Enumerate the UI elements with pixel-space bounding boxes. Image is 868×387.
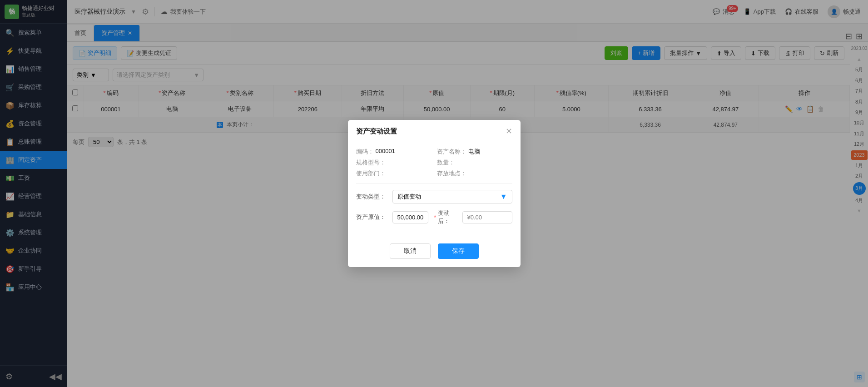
modal-location-field: 存放地点： [437,169,512,178]
modal-quantity-field: 数量： [437,159,512,167]
modal-change-type-select[interactable]: 原值变动 ▼ [392,190,512,203]
modal-info-grid: 编码： 000001 资产名称： 电脑 规格型号： 数量： 使用部门： [356,148,512,184]
change-type-value: 原值变动 [397,193,421,201]
modal-original-value-label: 资产原值： [356,213,392,221]
modal-body: 编码： 000001 资产名称： 电脑 规格型号： 数量： 使用部门： [348,141,521,237]
modal-code-label: 编码： [356,148,374,156]
modal-title: 资产变动设置 [356,127,397,136]
modal-values-field: 资产原值： 50,000.00 * 变动后： [356,209,512,225]
required-star: * [434,214,436,221]
modal-original-value: 50,000.00 [392,211,429,223]
after-change-label: 变动后： [438,209,459,225]
after-change-input[interactable] [462,211,512,223]
modal-change-type-label: 变动类型： [356,193,392,201]
modal-code-field: 编码： 000001 [356,148,432,156]
asset-change-modal: 资产变动设置 ✕ 编码： 000001 资产名称： 电脑 规格型号： 数量： [348,120,521,267]
modal-change-type-field: 变动类型： 原值变动 ▼ [356,190,512,203]
modal-overlay: 资产变动设置 ✕ 编码： 000001 资产名称： 电脑 规格型号： 数量： [0,0,868,387]
modal-location-label: 存放地点： [437,169,466,178]
change-type-dropdown-icon: ▼ [500,193,507,201]
modal-name-label: 资产名称： [437,148,466,156]
modal-spec-field: 规格型号： [356,159,432,167]
modal-spec-label: 规格型号： [356,159,386,167]
modal-close-icon[interactable]: ✕ [506,126,512,136]
modal-footer: 取消 保存 [348,237,521,267]
cancel-button[interactable]: 取消 [390,243,431,259]
modal-dept-field: 使用部门： [356,169,432,178]
modal-quantity-label: 数量： [437,159,455,167]
modal-header: 资产变动设置 ✕ [348,120,521,141]
modal-name-value: 电脑 [468,148,480,156]
modal-code-value: 000001 [376,148,395,156]
save-button[interactable]: 保存 [438,243,479,259]
modal-name-field: 资产名称： 电脑 [437,148,512,156]
modal-dept-label: 使用部门： [356,169,386,178]
